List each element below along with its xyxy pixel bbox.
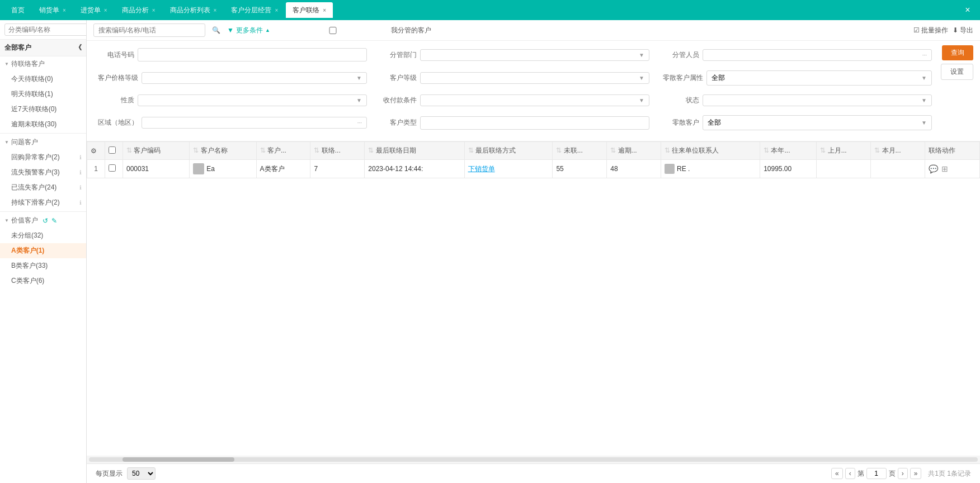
sidebar-search-input[interactable] xyxy=(4,23,87,36)
retail-customer-value: 全部 xyxy=(708,118,721,127)
close-purchase-tab-icon[interactable]: × xyxy=(104,7,107,13)
group-pending-contact[interactable]: ▼ 待联络客户 xyxy=(0,56,86,72)
col-name[interactable]: ⇅ 客户名称 xyxy=(190,142,256,160)
group-problem-customers[interactable]: ▼ 问题客户 xyxy=(0,135,86,150)
col-code[interactable]: ⇅ 客户编码 xyxy=(123,142,190,160)
page-input[interactable] xyxy=(866,468,887,479)
customer-type-input[interactable] xyxy=(420,116,649,130)
my-customers-checkbox[interactable] xyxy=(277,27,389,34)
filter-customer-level: 客户等级 ▼ xyxy=(376,69,654,87)
status-select[interactable]: ▼ xyxy=(703,94,932,106)
col-contacts[interactable]: ⇅ 往来单位联系人 xyxy=(661,142,760,160)
next-page-button[interactable]: › xyxy=(898,468,908,479)
row-checkbox[interactable] xyxy=(109,164,116,172)
col-last-date[interactable]: ⇅ 最后联络日期 xyxy=(365,142,464,160)
tab-customer-segment[interactable]: 客户分层经营 × xyxy=(224,2,285,18)
advanced-filter-inner: 电话号码 分管部门 ▼ 分管人员 xyxy=(93,45,973,136)
manager-select[interactable]: ··· xyxy=(703,49,932,61)
tab-customer-contact[interactable]: 客户联络 × xyxy=(286,2,333,18)
tab-home[interactable]: 首页 xyxy=(4,2,31,18)
retail-customer-select[interactable]: 全部 ▼ xyxy=(703,115,932,130)
tab-purchase-order[interactable]: 进货单 × xyxy=(74,2,114,18)
settings-button[interactable]: 设置 xyxy=(941,64,973,80)
export-button[interactable]: ⬇ 导出 xyxy=(953,26,973,35)
sort-icon10: ⇅ xyxy=(764,146,769,154)
prev-page-button[interactable]: ‹ xyxy=(845,468,855,479)
retail-attr-select[interactable]: 全部 ▼ xyxy=(706,70,932,86)
payment-arrow-icon: ▼ xyxy=(639,97,644,103)
value-edit-icon[interactable]: ✎ xyxy=(51,217,57,225)
sidebar-item-class-a[interactable]: A类客户(1) xyxy=(0,243,86,258)
horizontal-scrollbar[interactable] xyxy=(87,456,980,463)
sidebar-item-rebuy-abnormal[interactable]: 回购异常客户(2) ℹ xyxy=(0,150,86,165)
nature-select[interactable]: ▼ xyxy=(138,94,367,106)
sidebar-item-tomorrow[interactable]: 明天待联络(1) xyxy=(0,87,86,102)
sort-icon4: ⇅ xyxy=(314,146,319,154)
query-button[interactable]: 查询 xyxy=(942,45,973,60)
close-customer-segment-tab-icon[interactable]: × xyxy=(275,7,278,13)
col-this-year[interactable]: ⇅ 本年... xyxy=(760,142,817,160)
last-method-link[interactable]: 下销货单 xyxy=(468,165,495,173)
sidebar-collapse-icon[interactable]: 《 xyxy=(75,43,82,53)
retail-attr-label: 零散客户属性 xyxy=(663,73,703,83)
filter-row-2: 客户价格等级 ▼ 客户等级 ▼ xyxy=(93,68,936,88)
sidebar-item-declining[interactable]: 持续下滑客户(2) ℹ xyxy=(0,195,86,210)
chat-icon[interactable]: 💬 xyxy=(929,164,938,173)
filter-retail-attr: 零散客户属性 全部 ▼ xyxy=(658,68,936,88)
close-product-analysis-list-tab-icon[interactable]: × xyxy=(214,7,217,13)
my-customers-checkbox-label[interactable]: 我分管的客户 xyxy=(277,26,431,35)
table-header-row: ⚙ ⇅ 客户编码 ⇅ 客户名称 ⇅ 客户... ⇅ 联络... ⇅ 最后联络日期… xyxy=(87,142,980,160)
col-this-month[interactable]: ⇅ 本月... xyxy=(871,142,925,160)
row-contact-count: 7 xyxy=(310,160,365,178)
close-sales-tab-icon[interactable]: × xyxy=(63,7,66,13)
group-value-customers[interactable]: ▼ 价值客户 ↺ ✎ xyxy=(0,213,86,228)
page-navigation: « ‹ 第 页 › » 共1页 1条记录 xyxy=(831,468,971,479)
sidebar-item-ungrouped[interactable]: 未分组(32) xyxy=(0,228,86,243)
col-gear[interactable]: ⚙ xyxy=(87,142,105,160)
first-page-button[interactable]: « xyxy=(831,468,843,479)
gear-icon[interactable]: ⚙ xyxy=(91,147,97,155)
tab-product-analysis-list[interactable]: 商品分析列表 × xyxy=(163,2,224,18)
all-customers-header[interactable]: 全部客户 《 xyxy=(0,40,86,56)
region-select[interactable]: ··· xyxy=(142,117,367,129)
phone-input[interactable] xyxy=(138,48,367,61)
col-overdue[interactable]: ⇅ 逾期... xyxy=(607,142,661,160)
filter-dept: 分管部门 ▼ xyxy=(376,46,654,64)
search-input[interactable] xyxy=(93,23,205,37)
per-page-label: 每页显示 xyxy=(96,469,123,479)
col-not-contact[interactable]: ⇅ 未联... xyxy=(553,142,607,160)
sidebar-item-today[interactable]: 今天待联络(0) xyxy=(0,72,86,87)
last-page-button[interactable]: » xyxy=(910,468,922,479)
col-last-method[interactable]: ⇅ 最后联络方式 xyxy=(464,142,553,160)
col-contact-count[interactable]: ⇅ 联络... xyxy=(310,142,365,160)
scrollbar-thumb[interactable] xyxy=(123,457,234,462)
price-level-select[interactable]: ▼ xyxy=(142,72,367,84)
sidebar-item-churned[interactable]: 已流失客户(24) ℹ xyxy=(0,180,86,195)
per-page-select[interactable]: 50 100 xyxy=(127,467,156,480)
select-all-checkbox[interactable] xyxy=(109,146,116,154)
qr-icon[interactable]: ⊞ xyxy=(941,164,948,173)
tab-product-analysis[interactable]: 商品分析 × xyxy=(115,2,162,18)
row-actions: 💬 ⊞ xyxy=(925,160,980,178)
close-product-analysis-tab-icon[interactable]: × xyxy=(152,7,156,13)
sidebar-item-class-c[interactable]: C类客户(6) xyxy=(0,273,86,288)
sidebar-item-class-b[interactable]: B类客户(33) xyxy=(0,258,86,273)
search-bar-icon[interactable]: 🔍 xyxy=(212,26,220,34)
customer-level-select[interactable]: ▼ xyxy=(420,72,649,84)
sidebar-item-overdue[interactable]: 逾期未联络(30) xyxy=(0,117,86,132)
value-refresh-icon[interactable]: ↺ xyxy=(43,217,48,225)
close-customer-contact-tab-icon[interactable]: × xyxy=(323,7,326,13)
class-a-label: A类客户(1) xyxy=(11,246,82,255)
more-conditions-caret: ▲ xyxy=(265,27,270,33)
dept-select[interactable]: ▼ xyxy=(420,49,649,61)
col-last-month[interactable]: ⇅ 上月... xyxy=(817,142,871,160)
window-close-button[interactable]: × xyxy=(960,2,976,18)
more-conditions-button[interactable]: ▼ 更多条件 ▲ xyxy=(227,26,270,35)
tab-sales-order[interactable]: 销货单 × xyxy=(32,2,73,18)
sidebar-item-7days[interactable]: 近7天待联络(0) xyxy=(0,102,86,117)
payment-select[interactable]: ▼ xyxy=(420,94,649,106)
sidebar-item-churn-warning[interactable]: 流失预警客户(3) ℹ xyxy=(0,165,86,180)
main-layout: 🔍 全部客户 《 ▼ 待联络客户 今天待联络(0) 明天待联络(1) 近7天待联… xyxy=(0,20,980,483)
col-level[interactable]: ⇅ 客户... xyxy=(256,142,310,160)
batch-operation-button[interactable]: ☑ 批量操作 xyxy=(913,26,948,35)
